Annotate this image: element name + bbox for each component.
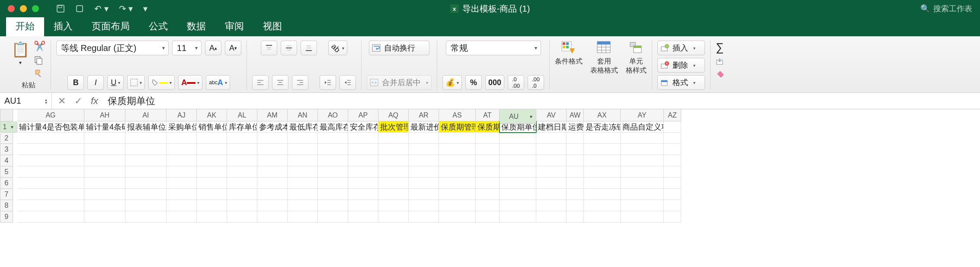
cell-AT8[interactable] bbox=[476, 200, 500, 211]
cell-AK5[interactable] bbox=[197, 166, 227, 178]
enter-formula-icon[interactable]: ✓ bbox=[74, 95, 82, 107]
decrease-decimal-button[interactable]: .00.0 bbox=[528, 75, 544, 90]
cell-AM5[interactable] bbox=[257, 166, 288, 178]
cell-AR1[interactable]: 最新进价 bbox=[409, 121, 439, 133]
cell-AP9[interactable] bbox=[348, 211, 378, 222]
column-header-AN[interactable]: AN bbox=[288, 109, 318, 121]
decrease-indent-button[interactable] bbox=[320, 75, 336, 90]
cell-AG6[interactable] bbox=[17, 178, 84, 189]
cell-AO4[interactable] bbox=[318, 155, 348, 166]
align-bottom-button[interactable] bbox=[301, 41, 317, 55]
cell-AI3[interactable] bbox=[125, 144, 167, 155]
cell-AR9[interactable] bbox=[409, 211, 439, 222]
cell-AQ2[interactable] bbox=[378, 133, 409, 144]
cell-AP3[interactable] bbox=[348, 144, 378, 155]
cell-AS5[interactable] bbox=[439, 166, 476, 178]
cell-AS9[interactable] bbox=[439, 211, 476, 222]
cell-AI6[interactable] bbox=[125, 178, 167, 189]
cell-AX2[interactable] bbox=[584, 133, 621, 144]
insert-cells-button[interactable]: + 插入▾ bbox=[657, 41, 705, 55]
zoom-window[interactable] bbox=[32, 5, 39, 12]
cell-AG5[interactable] bbox=[17, 166, 84, 178]
number-format-select[interactable]: 常规 bbox=[446, 41, 541, 55]
cell-AI1[interactable]: 报表辅单位 bbox=[125, 121, 167, 133]
cell-AN1[interactable]: 最低库存 bbox=[288, 121, 318, 133]
cell-AM7[interactable] bbox=[257, 189, 288, 200]
cell-AQ4[interactable] bbox=[378, 155, 409, 166]
row-header-9[interactable]: 9 bbox=[0, 211, 13, 222]
cell-styles-button[interactable]: 单元 格样式 bbox=[626, 41, 647, 75]
cell-AS3[interactable] bbox=[439, 144, 476, 155]
undo-icon[interactable]: ↶ ▾ bbox=[94, 3, 109, 14]
increase-decimal-button[interactable]: .0.00 bbox=[508, 75, 524, 90]
cell-AK2[interactable] bbox=[197, 133, 227, 144]
cell-AW4[interactable] bbox=[567, 155, 584, 166]
cell-AR3[interactable] bbox=[409, 144, 439, 155]
cell-AY8[interactable] bbox=[621, 200, 664, 211]
italic-button[interactable]: I bbox=[87, 75, 104, 90]
cell-AO1[interactable]: 最高库存 bbox=[318, 121, 348, 133]
increase-font-button[interactable]: A▴ bbox=[205, 41, 221, 55]
cell-AM1[interactable]: 参考成本 bbox=[257, 121, 288, 133]
cell-AP7[interactable] bbox=[348, 189, 378, 200]
cell-AH5[interactable] bbox=[84, 166, 125, 178]
cell-AK8[interactable] bbox=[197, 200, 227, 211]
cell-AO3[interactable] bbox=[318, 144, 348, 155]
cell-AL4[interactable] bbox=[227, 155, 257, 166]
cell-AY2[interactable] bbox=[621, 133, 664, 144]
cell-AY5[interactable] bbox=[621, 166, 664, 178]
cell-AH8[interactable] bbox=[84, 200, 125, 211]
autosum-icon[interactable]: ∑ bbox=[716, 41, 725, 54]
cell-AT1[interactable]: 保质期 bbox=[476, 121, 500, 133]
cell-AR2[interactable] bbox=[409, 133, 439, 144]
font-name-select[interactable]: 等线 Regular (正文) bbox=[56, 41, 169, 55]
cell-AQ5[interactable] bbox=[378, 166, 409, 178]
cell-AQ6[interactable] bbox=[378, 178, 409, 189]
cell-AH4[interactable] bbox=[84, 155, 125, 166]
column-header-AH[interactable]: AH bbox=[84, 109, 125, 121]
column-header-AQ[interactable]: AQ bbox=[378, 109, 409, 121]
wrap-text-button[interactable]: 自动换行 bbox=[369, 41, 429, 55]
cell-AW3[interactable] bbox=[567, 144, 584, 155]
cell-AT6[interactable] bbox=[476, 178, 500, 189]
cell-AW1[interactable]: 运费 bbox=[567, 121, 584, 133]
cell-AM9[interactable] bbox=[257, 211, 288, 222]
column-header-AR[interactable]: AR bbox=[409, 109, 439, 121]
cell-AX3[interactable] bbox=[584, 144, 621, 155]
cell-AT3[interactable] bbox=[476, 144, 500, 155]
cell-AQ7[interactable] bbox=[378, 189, 409, 200]
cell-AX4[interactable] bbox=[584, 155, 621, 166]
cell-AX1[interactable]: 是否走冻链 bbox=[584, 121, 621, 133]
font-color-button[interactable]: A▾ bbox=[178, 75, 202, 90]
cell-AV2[interactable] bbox=[536, 133, 567, 144]
cell-AX8[interactable] bbox=[584, 200, 621, 211]
cell-AL2[interactable] bbox=[227, 133, 257, 144]
cell-AR4[interactable] bbox=[409, 155, 439, 166]
cell-AJ7[interactable] bbox=[167, 189, 197, 200]
cell-AG1[interactable]: 辅计量4是否包装单位 bbox=[17, 121, 84, 133]
cell-AN7[interactable] bbox=[288, 189, 318, 200]
cell-AP1[interactable]: 安全库存 bbox=[348, 121, 378, 133]
cell-AL8[interactable] bbox=[227, 200, 257, 211]
clear-icon[interactable] bbox=[716, 69, 725, 77]
tab-审阅[interactable]: 审阅 bbox=[215, 16, 253, 36]
cell-AY3[interactable] bbox=[621, 144, 664, 155]
cell-AP8[interactable] bbox=[348, 200, 378, 211]
cell-AH9[interactable] bbox=[84, 211, 125, 222]
cell-AO7[interactable] bbox=[318, 189, 348, 200]
tab-插入[interactable]: 插入 bbox=[44, 16, 82, 36]
row-header-2[interactable]: 2 bbox=[0, 133, 13, 144]
comma-button[interactable]: 000 bbox=[485, 75, 504, 90]
cell-AO9[interactable] bbox=[318, 211, 348, 222]
cell-AI4[interactable] bbox=[125, 155, 167, 166]
percent-button[interactable]: % bbox=[465, 75, 482, 90]
paste-button[interactable]: 📋 ▾ bbox=[11, 41, 29, 66]
cell-AY6[interactable] bbox=[621, 178, 664, 189]
align-middle-button[interactable] bbox=[281, 41, 297, 55]
cell-AW9[interactable] bbox=[567, 211, 584, 222]
column-header-AU[interactable]: AU bbox=[500, 109, 536, 124]
cell-AN9[interactable] bbox=[288, 211, 318, 222]
cell-AL5[interactable] bbox=[227, 166, 257, 178]
column-header-AW[interactable]: AW bbox=[567, 109, 584, 121]
cell-AR7[interactable] bbox=[409, 189, 439, 200]
